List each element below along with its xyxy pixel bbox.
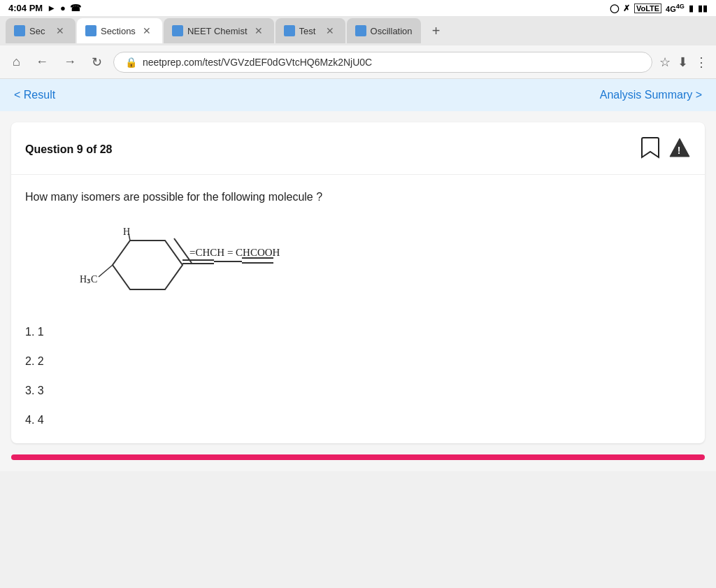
alarm-icon: ◯ [610, 3, 619, 13]
signal-bars-icon: ▮ [689, 3, 694, 13]
tab-neet-close[interactable]: ✕ [252, 24, 266, 38]
signal-label: 4G4G [666, 3, 685, 13]
analysis-forward-link[interactable]: Analysis Summary > [600, 89, 702, 101]
tab-sections-icon [85, 25, 96, 36]
location-icon: ● [60, 3, 66, 13]
tab-oscillation-label: Oscillation [371, 26, 413, 36]
tab-test-icon [284, 25, 295, 36]
option-4[interactable]: 4. 4 [25, 411, 691, 429]
tab-sections-close[interactable]: ✕ [140, 24, 154, 38]
tab-bar: Sec ✕ Sections ✕ NEET Chemist ✕ Test ✕ O… [0, 16, 716, 45]
tab-test[interactable]: Test ✕ [275, 18, 345, 43]
home-button[interactable]: ⌂ [8, 52, 24, 72]
volte-label: VoLTE [634, 3, 661, 13]
molecule-svg: =CHCH = CHCOOH H H₃C [25, 220, 291, 303]
option-2-value: 2 [38, 355, 44, 367]
option-1-value: 1 [38, 326, 44, 338]
option-2-number: 2. [25, 355, 38, 367]
tab-oscillation-icon [355, 25, 366, 36]
download-button[interactable]: ⬇ [678, 55, 688, 70]
reload-button[interactable]: ↻ [87, 52, 106, 73]
forward-button[interactable]: → [59, 52, 80, 72]
new-tab-button[interactable]: + [425, 20, 448, 42]
phone-icon: ☎ [70, 3, 81, 13]
option-3-number: 3. [25, 385, 38, 396]
question-number: Question 9 of 28 [25, 143, 112, 156]
tab-test-close[interactable]: ✕ [323, 24, 337, 38]
battery-icon: ▮▮ [698, 3, 708, 13]
lock-icon: 🔒 [125, 57, 137, 68]
tab-sections[interactable]: Sections ✕ [77, 18, 162, 43]
tab-test-label: Test [299, 26, 319, 36]
tab-neet[interactable]: NEET Chemist ✕ [164, 18, 274, 43]
status-bar: 4:04 PM ► ● ☎ ◯ ✗ VoLTE 4G4G ▮ ▮▮ [0, 0, 716, 16]
url-text: neetprep.com/test/VGVzdEF0dGVtcHQ6Mzk2Nj… [143, 57, 640, 68]
bookmark-icon[interactable] [640, 136, 660, 163]
options-list: 1. 1 2. 2 3. 3 4. 4 [25, 323, 691, 429]
bottom-progress-bar [11, 454, 705, 460]
status-right: ◯ ✗ VoLTE 4G4G ▮ ▮▮ [610, 3, 708, 13]
tab-sec[interactable]: Sec ✕ [6, 18, 76, 43]
option-4-number: 4. [25, 414, 38, 426]
nav-arrow-icon: ► [47, 3, 56, 13]
option-4-value: 4 [38, 414, 44, 426]
back-button[interactable]: ← [31, 52, 52, 72]
svg-marker-1 [113, 241, 182, 289]
svg-line-12 [99, 265, 113, 277]
question-card: Question 9 of 28 ! How many i [11, 122, 705, 443]
option-2[interactable]: 2. 2 [25, 352, 691, 371]
nav-header: < Result Analysis Summary > [0, 79, 716, 111]
question-divider [11, 174, 705, 175]
menu-button[interactable]: ⋮ [695, 55, 708, 70]
tab-sec-icon [14, 25, 25, 36]
bookmark-star-button[interactable]: ☆ [659, 55, 671, 70]
address-bar: ⌂ ← → ↻ 🔒 neetprep.com/test/VGVzdEF0dGVt… [0, 45, 716, 79]
question-text: How many isomers are possible for the fo… [25, 189, 691, 206]
question-actions: ! [640, 136, 691, 163]
time-display: 4:04 PM [8, 3, 43, 13]
address-input[interactable]: 🔒 neetprep.com/test/VGVzdEF0dGVtcHQ6Mzk2… [113, 52, 652, 73]
svg-text:H₃C: H₃C [80, 274, 97, 285]
svg-text:=CHCH = CHCOOH: =CHCH = CHCOOH [189, 247, 280, 258]
option-1-number: 1. [25, 326, 38, 338]
question-header: Question 9 of 28 ! [25, 136, 691, 163]
status-left: 4:04 PM ► ● ☎ [8, 3, 81, 13]
svg-text:!: ! [678, 145, 681, 156]
tab-oscillation[interactable]: Oscillation [347, 18, 421, 43]
result-back-link[interactable]: < Result [14, 89, 55, 101]
tab-sections-label: Sections [101, 26, 136, 36]
option-3-value: 3 [38, 385, 44, 396]
molecule-area: =CHCH = CHCOOH H H₃C [25, 220, 691, 306]
warning-icon[interactable]: ! [668, 137, 691, 162]
bluetooth-icon: ✗ [623, 3, 630, 13]
tab-sec-label: Sec [29, 26, 49, 36]
option-3[interactable]: 3. 3 [25, 382, 691, 400]
main-content: Question 9 of 28 ! How many i [0, 111, 716, 471]
tab-neet-label: NEET Chemist [187, 26, 248, 36]
tab-sec-close[interactable]: ✕ [53, 24, 67, 38]
option-1[interactable]: 1. 1 [25, 323, 691, 341]
tab-neet-icon [172, 25, 183, 36]
